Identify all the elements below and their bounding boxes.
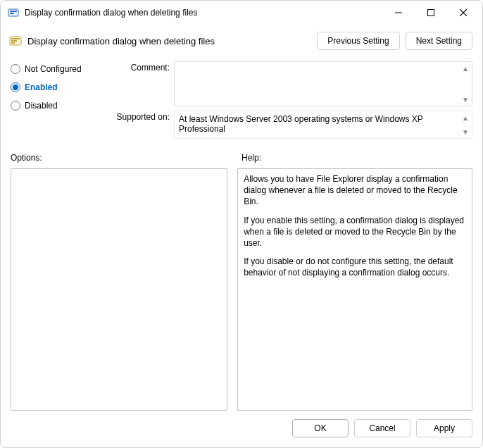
options-panel[interactable]	[11, 168, 227, 411]
comment-textarea[interactable]: ▲ ▼	[174, 61, 472, 106]
panels: Allows you to have File Explorer display…	[1, 166, 482, 411]
ok-button[interactable]: OK	[292, 419, 349, 437]
apply-button[interactable]: Apply	[416, 419, 472, 437]
scroll-up-icon[interactable]: ▲	[460, 113, 470, 123]
close-button[interactable]	[447, 2, 479, 23]
header-row: Display confirmation dialog when deletin…	[1, 25, 482, 57]
svg-rect-2	[10, 13, 14, 14]
radio-not-configured-label: Not Configured	[25, 64, 82, 74]
window-title: Display confirmation dialog when deletin…	[25, 8, 382, 18]
policy-icon	[9, 35, 22, 47]
settings-section: Not Configured Enabled Disabled Comment:…	[1, 57, 482, 146]
radio-not-configured[interactable]: Not Configured	[11, 64, 109, 74]
svg-rect-4	[428, 10, 434, 16]
cancel-button[interactable]: Cancel	[354, 419, 410, 437]
help-paragraph: If you disable or do not configure this …	[244, 256, 466, 278]
window-controls	[382, 2, 479, 23]
page-title: Display confirmation dialog when deletin…	[27, 36, 311, 46]
svg-rect-1	[10, 11, 17, 12]
svg-rect-10	[11, 42, 15, 44]
supported-on-value: At least Windows Server 2003 operating s…	[179, 114, 423, 134]
previous-setting-button[interactable]: Previous Setting	[317, 32, 399, 50]
radio-enabled-input[interactable]	[11, 82, 20, 92]
help-heading: Help:	[242, 153, 261, 163]
svg-line-6	[460, 9, 467, 16]
titlebar: Display confirmation dialog when deletin…	[1, 1, 482, 25]
options-heading: Options:	[11, 153, 42, 163]
svg-line-5	[460, 9, 467, 16]
radio-not-configured-input[interactable]	[11, 64, 20, 74]
radio-enabled-label: Enabled	[25, 82, 58, 92]
supported-on-box: At least Windows Server 2003 operating s…	[174, 111, 472, 139]
panels-headings: Options: Help:	[1, 146, 482, 166]
help-paragraph: If you enable this setting, a confirmati…	[244, 215, 466, 249]
radio-disabled-label: Disabled	[25, 101, 58, 111]
maximize-button[interactable]	[415, 2, 447, 23]
app-icon	[8, 7, 19, 18]
supported-on-label: Supported on:	[113, 111, 170, 122]
scroll-down-icon[interactable]: ▼	[460, 127, 470, 137]
help-panel[interactable]: Allows you to have File Explorer display…	[237, 168, 472, 411]
radio-disabled-input[interactable]	[11, 101, 20, 111]
comment-label: Comment:	[113, 61, 170, 73]
svg-rect-9	[11, 40, 17, 42]
state-radio-group: Not Configured Enabled Disabled	[11, 61, 109, 111]
radio-disabled[interactable]: Disabled	[11, 101, 109, 111]
radio-enabled[interactable]: Enabled	[11, 82, 109, 92]
help-paragraph: Allows you to have File Explorer display…	[244, 173, 466, 208]
next-setting-button[interactable]: Next Setting	[406, 32, 472, 50]
svg-rect-8	[11, 38, 20, 39]
minimize-button[interactable]	[382, 2, 415, 23]
scroll-up-icon[interactable]: ▲	[460, 63, 470, 73]
footer: OK Cancel Apply	[1, 411, 482, 447]
scroll-down-icon[interactable]: ▼	[460, 94, 470, 104]
